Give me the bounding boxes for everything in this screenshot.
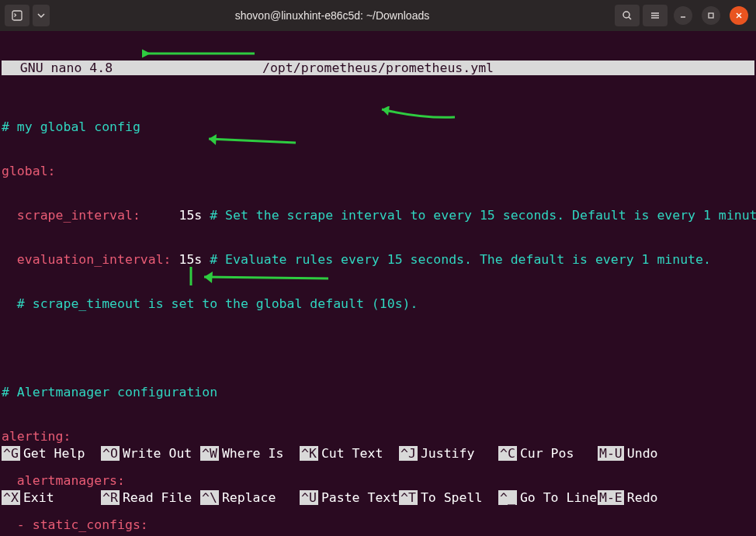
- shortcut-key: ^\: [200, 490, 219, 505]
- arrow-annotation: [203, 133, 300, 148]
- footer-shortcut: ^_Go To Line: [498, 490, 598, 505]
- footer-shortcut: ^CCur Pos: [498, 446, 598, 461]
- shortcut-key: ^R: [101, 490, 120, 505]
- svg-rect-0: [12, 11, 22, 20]
- arrow-annotation: [189, 265, 332, 288]
- footer-shortcut: ^GGet Help: [2, 446, 101, 461]
- svg-line-2: [629, 17, 631, 19]
- shortcut-key: ^K: [300, 446, 318, 461]
- shortcut-key: M-E: [598, 490, 624, 505]
- shortcut-label: Where Is: [222, 446, 283, 461]
- nano-version: GNU nano 4.8: [2, 61, 113, 75]
- code-line: global:: [2, 164, 754, 178]
- svg-line-11: [209, 139, 296, 143]
- shortcut-label: Exit: [23, 490, 54, 505]
- footer-shortcut: M-ERedo: [598, 490, 697, 505]
- close-icon: [735, 12, 743, 19]
- svg-point-1: [623, 12, 629, 18]
- shortcut-label: Go To Line: [520, 490, 597, 505]
- maximize-icon: [707, 12, 715, 19]
- hamburger-icon: [650, 10, 661, 21]
- code-line: # scrape_timeout is set to the global de…: [2, 296, 754, 311]
- shortcut-key: ^G: [2, 446, 20, 461]
- shortcut-label: Write Out: [123, 446, 192, 461]
- minimize-button[interactable]: [674, 6, 692, 25]
- shortcut-label: Justify: [421, 446, 475, 461]
- shortcut-key: ^J: [399, 446, 418, 461]
- new-tab-button[interactable]: [5, 5, 29, 26]
- shortcut-label: Cur Pos: [520, 446, 574, 461]
- search-icon: [622, 10, 633, 21]
- shortcut-label: To Spell: [421, 490, 482, 505]
- footer-shortcut: ^OWrite Out: [101, 446, 200, 461]
- window-titlebar: shovon@linuxhint-e86c5d: ~/Downloads: [0, 0, 756, 31]
- shortcut-key: ^X: [2, 490, 20, 505]
- code-line: evaluation_interval: 15s # Evaluate rule…: [2, 252, 754, 267]
- footer-shortcut: ^KCut Text: [300, 446, 399, 461]
- svg-line-13: [204, 277, 328, 278]
- shortcut-key: ^_: [498, 490, 517, 505]
- svg-rect-7: [709, 13, 713, 18]
- code-line: [2, 341, 754, 355]
- footer-shortcut: ^RRead File: [101, 490, 200, 505]
- tab-dropdown-button[interactable]: [33, 5, 50, 26]
- shortcut-key: ^T: [399, 490, 418, 505]
- arrow-annotation: [142, 46, 258, 61]
- footer-shortcut: ^WWhere Is: [200, 446, 300, 461]
- nano-filename: /opt/prometheus/prometheus.yml: [262, 61, 494, 75]
- footer-shortcut: ^UPaste Text: [300, 490, 399, 505]
- footer-shortcut: ^XExit: [2, 490, 101, 505]
- chevron-down-icon: [37, 12, 45, 19]
- maximize-button[interactable]: [702, 6, 720, 25]
- shortcut-label: Undo: [627, 446, 658, 461]
- footer-shortcut: ^\Replace: [200, 490, 300, 505]
- shortcut-key: ^O: [101, 446, 120, 461]
- shortcut-label: Get Help: [23, 446, 85, 461]
- code-line: # Alertmanager configuration: [2, 385, 754, 399]
- close-button[interactable]: [730, 6, 748, 25]
- shortcut-key: ^U: [300, 490, 318, 505]
- terminal-icon: [12, 10, 23, 21]
- shortcut-key: M-U: [598, 446, 624, 461]
- footer-shortcut: ^JJustify: [399, 446, 498, 461]
- code-line: scrape_interval: 15s # Set the scrape in…: [2, 208, 754, 223]
- footer-shortcut: ^TTo Spell: [399, 490, 498, 505]
- nano-footer: ^GGet Help^OWrite Out^WWhere Is^KCut Tex…: [2, 417, 754, 534]
- code-line: # my global config: [2, 119, 754, 134]
- shortcut-label: Replace: [222, 490, 276, 505]
- shortcut-key: ^C: [498, 446, 517, 461]
- shortcut-label: Read File: [123, 490, 192, 505]
- terminal-area[interactable]: GNU nano 4.8 /opt/prometheus/prometheus.…: [0, 31, 756, 536]
- shortcut-label: Redo: [627, 490, 658, 505]
- search-button[interactable]: [615, 5, 640, 26]
- nano-header: GNU nano 4.8 /opt/prometheus/prometheus.…: [2, 61, 754, 75]
- shortcut-label: Cut Text: [321, 446, 383, 461]
- minimize-icon: [679, 12, 687, 19]
- footer-shortcut: M-UUndo: [598, 446, 697, 461]
- window-title: shovon@linuxhint-e86c5d: ~/Downloads: [53, 9, 612, 22]
- shortcut-key: ^W: [200, 446, 219, 461]
- shortcut-label: Paste Text: [321, 490, 398, 505]
- menu-button[interactable]: [643, 5, 668, 26]
